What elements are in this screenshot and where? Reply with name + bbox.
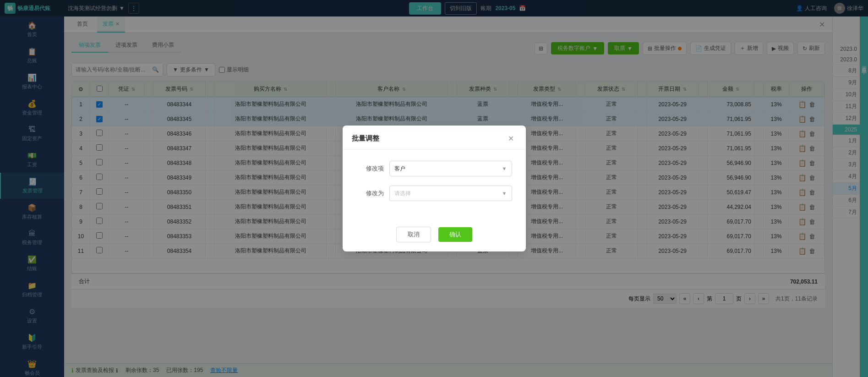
- value-label: 修改为: [356, 189, 384, 197]
- value-arrow-icon: ▼: [502, 191, 507, 196]
- field-label: 修改项: [356, 164, 384, 173]
- field-value: 客户: [394, 165, 405, 173]
- field-arrow-icon: ▼: [502, 166, 507, 171]
- modal-header: 批量调整 ✕: [343, 126, 526, 150]
- modal-close-button[interactable]: ✕: [506, 133, 517, 144]
- modal-overlay[interactable]: 批量调整 ✕ 修改项 客户 ▼ 修改为 请选择 ▼ 取消 确认: [0, 0, 868, 377]
- confirm-button[interactable]: 确认: [438, 227, 472, 242]
- field-select[interactable]: 客户 ▼: [389, 161, 512, 176]
- form-value-row: 修改为 请选择 ▼: [356, 186, 512, 201]
- value-select[interactable]: 请选择 ▼: [389, 186, 512, 201]
- modal-footer: 取消 确认: [343, 221, 526, 251]
- batch-adjust-modal: 批量调整 ✕ 修改项 客户 ▼ 修改为 请选择 ▼ 取消 确认: [343, 126, 526, 251]
- value-placeholder: 请选择: [394, 190, 411, 197]
- modal-body: 修改项 客户 ▼ 修改为 请选择 ▼: [343, 150, 526, 221]
- modal-title: 批量调整: [352, 134, 379, 143]
- form-field-row: 修改项 客户 ▼: [356, 161, 512, 176]
- cancel-button[interactable]: 取消: [396, 227, 431, 242]
